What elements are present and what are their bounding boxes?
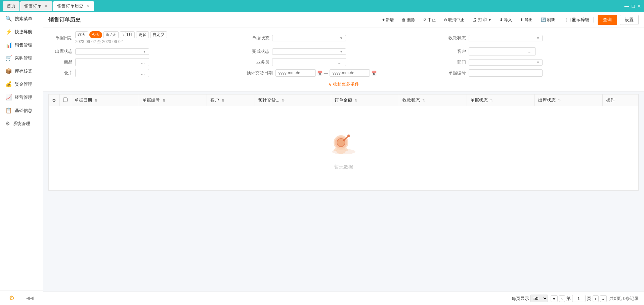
payment-status-select[interactable]: ▼: [469, 35, 543, 41]
toolbar: + 新增 🗑 删除 ⊘ 中止 ⊘ 取消中止 🖨 打印 ▼ ⬇ 导入 ⬆ 导出 🔄…: [380, 15, 639, 25]
date-range-display: 2023-06-02 至 2023-06-02: [75, 39, 167, 45]
sidebar-item-sales-mgmt[interactable]: 📊 销售管理: [0, 38, 43, 51]
department-select[interactable]: ▼: [469, 59, 543, 66]
sidebar-item-purchase-mgmt[interactable]: 🛒 采购管理: [0, 51, 43, 65]
close-icon[interactable]: ✕: [637, 3, 641, 9]
table-settings-icon[interactable]: ⚙: [52, 98, 56, 103]
query-button[interactable]: 查询: [598, 15, 617, 25]
tab-sales-order-history[interactable]: 销售订单历史 ✕: [53, 1, 94, 11]
delete-button[interactable]: 🗑 删除: [399, 16, 418, 24]
col-delivery-status-sort-icon[interactable]: ⇅: [558, 99, 561, 102]
col-expected-date-sort-icon[interactable]: ⇅: [282, 99, 285, 102]
display-cols-label: 显示碎细: [572, 17, 589, 23]
order-status-select[interactable]: ▼: [272, 35, 346, 41]
col-payment-status: 收款状态 ⇅: [399, 94, 467, 106]
payment-status-arrow-icon: ▼: [536, 36, 540, 40]
data-table: ⚙ 单据日期 ⇅ 单据编号 ⇅: [48, 94, 639, 191]
page-size-control: 每页显示 10 20 50 100: [512, 295, 548, 302]
date-to-calendar-icon[interactable]: 📅: [371, 71, 377, 76]
import-button[interactable]: ⬇ 导入: [497, 16, 515, 24]
date-range-dash: —: [324, 71, 328, 76]
print-button[interactable]: 🖨 打印 ▼: [470, 15, 494, 24]
warehouse-dots-icon[interactable]: ...: [139, 70, 146, 76]
tab-sales-order-label: 销售订单: [24, 3, 42, 9]
sidebar-collapse-icon[interactable]: ◀◀: [26, 295, 34, 301]
minimize-icon[interactable]: —: [625, 3, 629, 9]
warehouse-input[interactable]: ...: [75, 69, 149, 77]
new-button[interactable]: + 新增: [380, 16, 396, 24]
toolbar-divider2: [593, 17, 594, 23]
setting-button[interactable]: 设置: [620, 15, 639, 25]
date-btn-yesterday[interactable]: 昨天: [75, 31, 88, 38]
quick-nav-icon: ⚡: [5, 29, 12, 35]
customer-dots-icon[interactable]: ...: [526, 49, 533, 54]
customer-input[interactable]: ...: [469, 47, 536, 55]
cancel-stop-button[interactable]: ⊘ 取消中止: [441, 16, 467, 24]
col-amount-sort-icon[interactable]: ⇅: [354, 99, 357, 102]
sidebar-item-system-mgmt[interactable]: ⚙ 系统管理: [0, 117, 43, 130]
col-order-status: 单据状态 ⇅: [467, 94, 534, 106]
first-page-button[interactable]: «: [551, 295, 558, 302]
col-order-no-sort-icon[interactable]: ⇅: [163, 99, 165, 102]
date-btn-1month[interactable]: 近1月: [120, 31, 135, 38]
col-date-sort-icon[interactable]: ⇅: [95, 99, 97, 102]
per-page-select[interactable]: 10 20 50 100: [530, 295, 548, 302]
col-expected-date: 预计交货... ⇅: [255, 94, 331, 106]
payment-status-label: 收款状态: [442, 35, 469, 41]
date-filter-cell: 单据日期 昨天 今天 近7天 近1月 更多 自定义 2023-06-02 至 2…: [48, 31, 245, 45]
tab-home[interactable]: 首页: [3, 1, 19, 11]
date-btn-today[interactable]: 今天: [89, 31, 102, 38]
col-order-status-sort-icon[interactable]: ⇅: [490, 99, 493, 102]
sidebar-item-purchase-label: 采购管理: [15, 55, 32, 61]
expected-date-from[interactable]: [275, 69, 316, 77]
page-title: 销售订单历史: [48, 16, 81, 24]
tab-sales-order[interactable]: 销售订单 ✕: [20, 1, 52, 11]
product-input[interactable]: ...: [75, 58, 149, 66]
sidebar-item-search-menu[interactable]: 🔍 搜索菜单: [0, 12, 43, 25]
current-page-input[interactable]: [572, 295, 586, 302]
delivery-status-select[interactable]: ▼: [75, 48, 149, 55]
system-icon: ⚙: [5, 120, 10, 127]
col-checkbox[interactable]: [60, 94, 71, 106]
sidebar-item-operations[interactable]: 📈 经营管理: [0, 91, 43, 104]
salesperson-input[interactable]: ...: [272, 58, 346, 66]
department-cell: 部门 ▼: [442, 59, 639, 66]
col-date-label: 单据日期: [75, 98, 92, 103]
col-order-no-label: 单据编号: [142, 98, 160, 103]
sidebar-item-finance[interactable]: 💰 资金管理: [0, 78, 43, 91]
order-no-input[interactable]: [469, 69, 543, 77]
select-all-checkbox[interactable]: [63, 98, 68, 102]
stop-button[interactable]: ⊘ 中止: [421, 16, 438, 24]
col-settings[interactable]: ⚙: [49, 94, 60, 106]
display-cols-checkbox[interactable]: [566, 18, 570, 22]
refresh-button[interactable]: 🔄 刷新: [538, 16, 558, 24]
col-actions: 操作: [602, 94, 638, 106]
complete-status-label: 完成状态: [245, 48, 272, 54]
tab-sales-order-close[interactable]: ✕: [44, 4, 48, 8]
col-customer-sort-icon[interactable]: ⇅: [222, 99, 224, 102]
product-dots-icon[interactable]: ...: [139, 60, 146, 65]
expected-date-to[interactable]: [330, 69, 370, 77]
table-area: ⚙ 单据日期 ⇅ 单据编号 ⇅: [43, 91, 644, 292]
date-btn-7days[interactable]: 近7天: [103, 31, 119, 38]
sidebar-settings-icon[interactable]: ⚙: [9, 294, 14, 302]
last-page-button[interactable]: »: [600, 295, 607, 302]
prev-page-button[interactable]: ‹: [559, 295, 565, 302]
sidebar-item-sales-label: 销售管理: [15, 42, 32, 48]
date-btn-custom[interactable]: 自定义: [150, 31, 167, 38]
sidebar-item-quick-nav[interactable]: ⚡ 快捷导航: [0, 25, 43, 38]
sidebar-item-inventory[interactable]: 📦 库存核算: [0, 65, 43, 78]
next-page-button[interactable]: ›: [593, 295, 599, 302]
tab-sales-order-history-close[interactable]: ✕: [85, 4, 90, 8]
display-cols-toggle[interactable]: 显示碎细: [566, 17, 589, 23]
col-payment-status-sort-icon[interactable]: ⇅: [422, 99, 425, 102]
export-button[interactable]: ⬆ 导出: [517, 16, 535, 24]
complete-status-select[interactable]: ▼: [272, 48, 346, 55]
salesperson-dots-icon[interactable]: ...: [336, 60, 343, 65]
date-btn-more[interactable]: 更多: [136, 31, 149, 38]
collapse-bar[interactable]: ∧ 收起更多条件: [48, 80, 639, 88]
date-from-calendar-icon[interactable]: 📅: [317, 71, 323, 76]
date-controls: 昨天 今天 近7天 近1月 更多 自定义 2023-06-02 至 2023-0…: [75, 31, 167, 45]
maximize-icon[interactable]: □: [632, 3, 635, 9]
sidebar-item-basic-info[interactable]: 📋 基础信息: [0, 104, 43, 117]
